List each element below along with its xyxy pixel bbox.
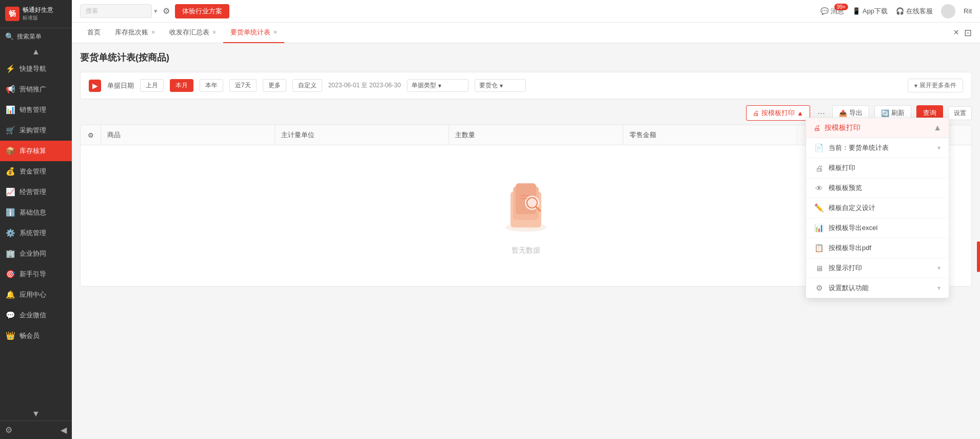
message-action[interactable]: 💬 消息 99+ bbox=[820, 7, 844, 16]
tab-home[interactable]: 首页 bbox=[80, 23, 108, 43]
sidebar-item-enterprise[interactable]: 🏢 企业协同 bbox=[0, 243, 72, 264]
sidebar-item-basic-info[interactable]: ℹ️ 基础信息 bbox=[0, 202, 72, 223]
member-icon: 👑 bbox=[5, 331, 15, 341]
settings-label: 设置 bbox=[954, 109, 966, 117]
default-function-arrow: ▾ bbox=[937, 284, 940, 292]
username: Rit bbox=[964, 7, 972, 15]
scroll-up-button[interactable]: ▲ bbox=[0, 45, 72, 59]
current-year-button[interactable]: 本年 bbox=[200, 79, 223, 92]
table-settings-button[interactable]: 设置 bbox=[948, 106, 972, 120]
scroll-down-button[interactable]: ▼ bbox=[0, 407, 72, 421]
expand-more-button[interactable]: ▾ 展开更多条件 bbox=[908, 79, 963, 92]
current-month-button[interactable]: 本月 bbox=[170, 79, 193, 92]
search-icon: 🔍 bbox=[5, 32, 14, 41]
sidebar-item-quick-nav[interactable]: ⚡ 快捷导航 bbox=[0, 59, 72, 79]
tab-order-stats-close[interactable]: × bbox=[273, 29, 277, 36]
th-settings[interactable]: ⚙ bbox=[81, 125, 101, 145]
app-download-label: App下载 bbox=[863, 7, 888, 16]
cargo-warehouse-select[interactable]: 要货仓 ▾ bbox=[475, 79, 526, 92]
sidebar-search[interactable]: 🔍 搜索菜单 bbox=[0, 28, 72, 45]
dropdown-header-left: 🖨 按模板打印 bbox=[813, 123, 860, 132]
window-close-button[interactable]: × bbox=[953, 27, 959, 38]
dropdown-item-template-preview[interactable]: 👁 模板板预览 bbox=[806, 178, 949, 198]
guide-icon: 🎯 bbox=[5, 269, 15, 279]
sidebar-item-wechat[interactable]: 💬 企业微信 bbox=[0, 305, 72, 326]
current-arrow-icon: ▾ bbox=[937, 144, 940, 151]
dropdown-item-template-print[interactable]: 🖨 模板打印 bbox=[806, 158, 949, 178]
sidebar-settings-icon[interactable]: ⚙ bbox=[5, 425, 12, 435]
sidebar-collapse-icon[interactable]: ◀ bbox=[61, 425, 67, 435]
sidebar-item-label: 系统管理 bbox=[19, 228, 46, 238]
dropdown-current-label: 当前：要货单统计表 bbox=[829, 143, 932, 152]
sidebar-item-sales[interactable]: 📊 销售管理 bbox=[0, 100, 72, 120]
bill-type-arrow: ▾ bbox=[438, 82, 441, 89]
sidebar-item-label: 资金管理 bbox=[19, 167, 46, 176]
sidebar-item-purchase[interactable]: 🛒 采购管理 bbox=[0, 120, 72, 141]
topbar-search-box[interactable]: 搜索 bbox=[80, 4, 152, 18]
dropdown-current-item[interactable]: 📄 当前：要货单统计表 ▾ bbox=[806, 138, 949, 158]
sidebar-item-member[interactable]: 👑 畅会员 bbox=[0, 326, 72, 346]
tab-receipt-summary[interactable]: 收发存汇总表 × bbox=[162, 23, 223, 43]
sidebar-nav: ⚡ 快捷导航 📢 营销推广 📊 销售管理 🛒 采购管理 📦 库存核算 💰 资金管… bbox=[0, 59, 72, 407]
topbar-right: 💬 消息 99+ 📱 App下载 🎧 在线客服 Rit bbox=[820, 4, 972, 18]
dropdown-item-label: 按模板导出pdf bbox=[829, 243, 871, 253]
tab-batch-account[interactable]: 库存批次账 × bbox=[108, 23, 162, 43]
app-name: 畅通好生意 bbox=[23, 6, 53, 14]
scroll-indicator[interactable] bbox=[977, 241, 980, 272]
default-function-icon: ⚙ bbox=[814, 283, 824, 293]
filter-bar: ▶ 单据日期 上月 本月 本年 近7天 更多 自定义 2023-06-01 至 … bbox=[80, 72, 972, 99]
sidebar-item-label: 畅会员 bbox=[19, 331, 40, 340]
template-preview-icon: 👁 bbox=[814, 183, 824, 193]
sidebar-item-marketing[interactable]: 📢 营销推广 bbox=[0, 79, 72, 100]
dropdown-item-template-custom[interactable]: ✏️ 模板自定义设计 bbox=[806, 198, 949, 218]
cargo-arrow: ▾ bbox=[500, 82, 503, 89]
printer-icon: 🖨 bbox=[753, 109, 759, 117]
print-dropdown: 🖨 按模板打印 ▲ 📄 当前：要货单统计表 ▾ 🖨 模板打印 👁 模板板预览 ✏… bbox=[806, 118, 949, 298]
app-download-action[interactable]: 📱 App下载 bbox=[852, 7, 888, 16]
tab-receipt-summary-close[interactable]: × bbox=[212, 29, 216, 36]
template-custom-icon: ✏️ bbox=[814, 203, 824, 213]
print-template-button[interactable]: 🖨 按模板打印 ▲ bbox=[746, 105, 810, 121]
th-unit: 主计量单位 bbox=[275, 125, 449, 145]
wechat-icon: 💬 bbox=[5, 310, 15, 320]
topbar-dropdown-arrow[interactable]: ▾ bbox=[154, 7, 158, 15]
custom-date-button[interactable]: 自定义 bbox=[292, 79, 322, 92]
filter-expand-button[interactable]: ▶ bbox=[89, 80, 101, 92]
online-service-action[interactable]: 🎧 在线客服 bbox=[896, 7, 933, 16]
last-7-days-button[interactable]: 近7天 bbox=[229, 79, 257, 92]
sidebar-item-finance[interactable]: 💰 资金管理 bbox=[0, 161, 72, 182]
sidebar-item-app-center[interactable]: 🔔 应用中心 bbox=[0, 284, 72, 305]
sidebar-item-operations[interactable]: 📈 经营管理 bbox=[0, 182, 72, 202]
sidebar-item-label: 新手引导 bbox=[19, 270, 46, 279]
tab-home-label: 首页 bbox=[87, 28, 101, 37]
dropdown-header: 🖨 按模板打印 ▲ bbox=[806, 118, 949, 138]
user-avatar[interactable] bbox=[941, 4, 955, 18]
dropdown-item-default-function[interactable]: ⚙ 设置默认功能 ▾ bbox=[806, 278, 949, 298]
dropdown-close-button[interactable]: ▲ bbox=[933, 123, 942, 132]
toolbar-more-icon[interactable]: ··· bbox=[815, 108, 827, 119]
prev-month-button[interactable]: 上月 bbox=[140, 79, 164, 92]
dropdown-item-export-pdf[interactable]: 📋 按模板导出pdf bbox=[806, 238, 949, 258]
dropdown-item-export-excel[interactable]: 📊 按模板导出excel bbox=[806, 218, 949, 238]
sidebar-item-guide[interactable]: 🎯 新手引导 bbox=[0, 264, 72, 284]
topbar-gear-icon[interactable]: ⚙ bbox=[163, 6, 170, 16]
tab-batch-account-close[interactable]: × bbox=[151, 29, 155, 36]
sidebar-item-label: 快捷导航 bbox=[19, 64, 46, 73]
dropdown-item-display-print[interactable]: 🖥 按显示打印 ▾ bbox=[806, 258, 949, 278]
sidebar-item-inventory[interactable]: 📦 库存核算 bbox=[0, 141, 72, 161]
export-pdf-icon: 📋 bbox=[814, 243, 824, 253]
more-date-button[interactable]: 更多 bbox=[263, 79, 286, 92]
bill-type-select[interactable]: 单据类型 ▾ bbox=[407, 79, 468, 92]
sidebar-item-label: 销售管理 bbox=[19, 105, 46, 114]
window-maximize-button[interactable]: ⊡ bbox=[964, 27, 972, 39]
tabbar: 首页 库存批次账 × 收发存汇总表 × 要货单统计表 × × ⊡ bbox=[72, 23, 980, 43]
trial-button[interactable]: 体验行业方案 bbox=[175, 4, 229, 18]
inventory-icon: 📦 bbox=[5, 146, 15, 156]
sidebar-item-system[interactable]: ⚙️ 系统管理 bbox=[0, 223, 72, 243]
dropdown-item-label: 按显示打印 bbox=[829, 263, 862, 273]
cargo-label: 要货仓 bbox=[479, 81, 498, 90]
th-retail: 零售金额 bbox=[623, 125, 797, 145]
sidebar-item-label: 营销推广 bbox=[19, 85, 46, 94]
date-filter-label: 单据日期 bbox=[107, 81, 134, 90]
tab-order-stats[interactable]: 要货单统计表 × bbox=[223, 23, 284, 43]
